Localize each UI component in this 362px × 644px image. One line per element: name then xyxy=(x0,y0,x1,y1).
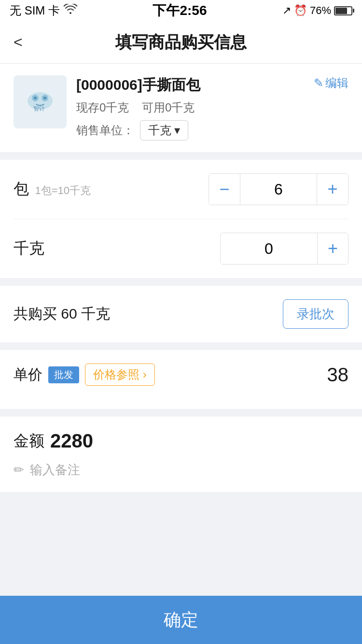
svg-point-3 xyxy=(34,97,37,99)
spacer xyxy=(0,548,362,596)
summary-text: 共购买 60 千克 xyxy=(14,304,110,324)
price-label: 单价 xyxy=(14,365,42,385)
alarm-icon: ⏰ xyxy=(294,4,307,17)
quantity-section: 包 1包=10千克 − + 千克 + xyxy=(0,160,362,278)
confirm-btn-label: 确定 xyxy=(164,608,198,632)
price-reference-button[interactable]: 价格参照 › xyxy=(85,364,155,386)
status-bar: 无 SIM 卡 下午2:56 ↗ ⏰ 76% xyxy=(0,0,362,21)
confirm-button[interactable]: 确定 xyxy=(0,596,362,644)
svg-point-4 xyxy=(43,97,46,99)
remark-row[interactable]: ✏ 输入备注 xyxy=(14,462,348,478)
bao-minus-button[interactable]: − xyxy=(209,174,240,205)
nav-bar: < 填写商品购买信息 xyxy=(0,21,362,64)
amount-label: 金额 xyxy=(14,431,44,452)
location-icon: ↗ xyxy=(282,4,291,17)
pencil-icon: ✏ xyxy=(14,462,24,477)
amount-row: 金额 2280 xyxy=(14,430,348,452)
product-logo-icon: 智计 xyxy=(26,87,55,117)
page-title: 填写商品购买信息 xyxy=(115,31,247,54)
dropdown-arrow-icon: ▾ xyxy=(174,124,180,137)
carrier-label: 无 SIM 卡 xyxy=(10,3,60,18)
bao-hint: 1包=10千克 xyxy=(35,184,91,196)
product-unit-row: 销售单位： 千克 ▾ xyxy=(76,120,348,140)
product-name: [0000006]手撕面包 xyxy=(76,75,200,95)
kg-plus-button[interactable]: + xyxy=(317,233,348,264)
status-time: 下午2:56 xyxy=(153,1,207,20)
product-stock: 现存0千克 可用0千克 xyxy=(76,100,348,115)
wifi-icon xyxy=(64,4,77,17)
amount-section: 金额 2280 ✏ 输入备注 xyxy=(0,417,362,492)
bao-quantity-row: 包 1包=10千克 − + xyxy=(0,160,362,219)
bao-label: 包 xyxy=(14,180,29,197)
kg-quantity-input[interactable] xyxy=(221,233,317,264)
kg-label: 千克 xyxy=(14,238,44,259)
bao-label-group: 包 1包=10千克 xyxy=(14,179,91,200)
edit-icon: ✎ xyxy=(314,76,323,90)
bao-plus-button[interactable]: + xyxy=(317,174,348,205)
record-batch-button[interactable]: 录批次 xyxy=(283,299,348,329)
edit-button[interactable]: ✎ 编辑 xyxy=(314,75,348,91)
price-left: 单价 批发 价格参照 › xyxy=(14,364,155,386)
svg-text:智计: 智计 xyxy=(33,105,45,112)
price-type-tag: 批发 xyxy=(48,366,79,383)
summary-section: 共购买 60 千克 录批次 xyxy=(0,286,362,342)
summary-row: 共购买 60 千克 录批次 xyxy=(0,286,362,342)
battery-percent: 76% xyxy=(310,4,331,17)
amount-value: 2280 xyxy=(50,430,93,452)
price-section: 单价 批发 价格参照 › 38 xyxy=(0,350,362,409)
status-left: 无 SIM 卡 xyxy=(10,3,77,18)
unit-selector[interactable]: 千克 ▾ xyxy=(140,120,188,140)
product-image: 智计 xyxy=(14,75,67,128)
remark-placeholder[interactable]: 输入备注 xyxy=(30,462,80,478)
price-value: 38 xyxy=(327,364,349,386)
back-button[interactable]: < xyxy=(14,33,23,51)
bao-quantity-input[interactable] xyxy=(240,174,317,205)
price-row: 单价 批发 价格参照 › 38 xyxy=(14,364,348,386)
product-info: [0000006]手撕面包 ✎ 编辑 现存0千克 可用0千克 销售单位： 千克 … xyxy=(76,75,348,140)
product-card: 智计 [0000006]手撕面包 ✎ 编辑 现存0千克 可用0千克 销售单位： xyxy=(0,64,362,152)
bao-quantity-controls: − + xyxy=(209,173,348,205)
content-area: 智计 [0000006]手撕面包 ✎ 编辑 现存0千克 可用0千克 销售单位： xyxy=(0,64,362,548)
status-right: ↗ ⏰ 76% xyxy=(282,4,352,17)
kg-quantity-row: 千克 + xyxy=(0,219,362,278)
kg-quantity-controls: + xyxy=(220,233,348,265)
battery-icon xyxy=(334,6,352,15)
